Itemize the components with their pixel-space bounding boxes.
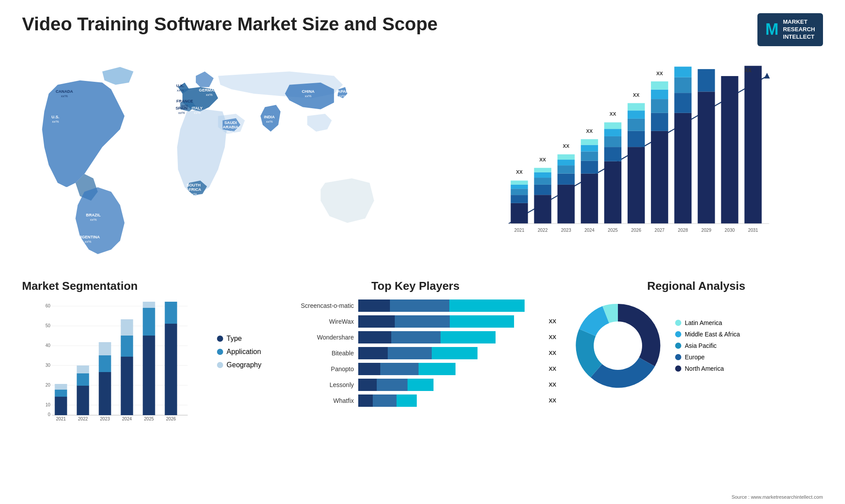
svg-text:xx%: xx% xyxy=(90,217,96,221)
segmentation-svg: 60 50 40 30 20 10 0 xyxy=(22,299,208,423)
svg-rect-44 xyxy=(534,172,551,178)
svg-rect-42 xyxy=(534,185,551,195)
logo: M MARKET RESEARCH INTELLECT xyxy=(757,13,823,46)
svg-rect-69 xyxy=(628,147,645,223)
svg-rect-85 xyxy=(675,77,692,92)
svg-rect-63 xyxy=(604,147,621,161)
svg-rect-51 xyxy=(558,160,575,165)
svg-text:2030: 2030 xyxy=(725,228,735,233)
svg-text:0: 0 xyxy=(48,412,51,417)
svg-rect-55 xyxy=(581,173,598,223)
svg-rect-120 xyxy=(99,342,111,355)
svg-text:xx%: xx% xyxy=(190,192,197,196)
svg-rect-123 xyxy=(121,319,133,336)
regional-content: Latin America Middle East & Africa Asia … xyxy=(569,297,823,394)
player-bar-screencast xyxy=(358,299,556,312)
players-list: Screencast-o-matic WireWax xyxy=(275,299,556,407)
svg-rect-56 xyxy=(581,161,598,174)
header: Video Training Software Market Size and … xyxy=(22,13,823,46)
player-row-panopto: Panopto XX xyxy=(275,363,556,375)
svg-rect-73 xyxy=(628,103,645,110)
svg-rect-64 xyxy=(604,136,621,147)
svg-rect-57 xyxy=(581,151,598,161)
svg-rect-121 xyxy=(121,357,133,415)
svg-text:2024: 2024 xyxy=(584,228,595,233)
europe-dot xyxy=(675,354,681,360)
svg-text:2026: 2026 xyxy=(166,416,176,421)
player-name-whatfix: Whatfix xyxy=(275,397,354,404)
svg-text:2021: 2021 xyxy=(56,416,66,421)
svg-text:xx%: xx% xyxy=(305,94,311,98)
svg-rect-66 xyxy=(604,122,621,129)
segmentation-chart-wrap: 60 50 40 30 20 10 0 xyxy=(22,299,261,431)
player-bar-wirewax xyxy=(358,315,542,328)
svg-rect-36 xyxy=(511,189,528,195)
middle-east-africa-dot xyxy=(675,331,681,337)
page-title: Video Training Software Market Size and … xyxy=(22,13,437,35)
svg-rect-115 xyxy=(77,386,89,415)
svg-text:40: 40 xyxy=(45,343,51,348)
player-row-whatfix: Whatfix XX xyxy=(275,394,556,407)
players-title: Top Key Players xyxy=(275,279,556,293)
svg-rect-70 xyxy=(628,131,645,146)
svg-rect-119 xyxy=(99,355,111,372)
svg-rect-113 xyxy=(55,390,67,397)
svg-rect-52 xyxy=(558,154,575,160)
svg-rect-117 xyxy=(77,365,89,373)
player-row-lessonly: Lessonly XX xyxy=(275,379,556,391)
legend-type: Type xyxy=(217,335,261,343)
svg-text:BRAZIL: BRAZIL xyxy=(86,212,101,217)
svg-rect-127 xyxy=(165,324,177,415)
segmentation-title: Market Segmentation xyxy=(22,279,261,293)
wirewax-xx: XX xyxy=(549,318,556,325)
svg-text:INDIA: INDIA xyxy=(264,114,275,119)
svg-rect-77 xyxy=(651,113,669,131)
svg-text:XX: XX xyxy=(657,71,663,76)
top-section: CANADA xx% U.S. xx% MEXICO xx% BRAZIL xx… xyxy=(22,55,823,266)
svg-text:2028: 2028 xyxy=(678,228,688,233)
lessonly-xx: XX xyxy=(549,381,556,388)
svg-rect-76 xyxy=(651,131,669,223)
svg-text:20: 20 xyxy=(45,383,51,387)
svg-text:SAUDI: SAUDI xyxy=(224,121,237,125)
svg-text:xx%: xx% xyxy=(194,110,200,114)
svg-text:2023: 2023 xyxy=(561,228,571,233)
player-row-screencast: Screencast-o-matic xyxy=(275,299,556,312)
wondershare-xx: XX xyxy=(549,334,556,340)
svg-rect-59 xyxy=(581,139,598,145)
map-container: CANADA xx% U.S. xx% MEXICO xx% BRAZIL xx… xyxy=(22,55,423,266)
player-bar-panopto xyxy=(358,363,542,375)
svg-rect-92 xyxy=(721,76,738,223)
player-bar-wondershare xyxy=(358,331,542,343)
svg-text:AFRICA: AFRICA xyxy=(186,187,202,192)
svg-rect-116 xyxy=(77,373,89,386)
svg-text:2026: 2026 xyxy=(632,228,642,233)
svg-rect-79 xyxy=(651,89,669,99)
svg-text:SPAIN: SPAIN xyxy=(176,106,187,110)
donut-svg xyxy=(569,297,666,394)
svg-text:CHINA: CHINA xyxy=(302,89,315,94)
svg-text:2031: 2031 xyxy=(748,228,758,233)
svg-rect-83 xyxy=(675,113,692,223)
svg-text:xx%: xx% xyxy=(66,191,72,195)
svg-text:2025: 2025 xyxy=(608,228,618,233)
player-bar-biteable xyxy=(358,347,542,359)
svg-rect-37 xyxy=(511,185,528,189)
biteable-xx: XX xyxy=(549,350,556,356)
svg-rect-43 xyxy=(534,178,551,185)
svg-rect-124 xyxy=(143,336,155,415)
svg-rect-86 xyxy=(675,66,692,77)
svg-rect-71 xyxy=(628,119,645,131)
regional-title: Regional Analysis xyxy=(569,279,823,293)
svg-text:2022: 2022 xyxy=(78,416,88,421)
svg-rect-84 xyxy=(675,93,692,113)
svg-rect-62 xyxy=(604,161,621,223)
logo-letter: M xyxy=(765,20,779,39)
page-container: Video Training Software Market Size and … xyxy=(0,0,845,504)
svg-text:xx%: xx% xyxy=(227,130,234,134)
player-row-wondershare: Wondershare XX xyxy=(275,331,556,343)
svg-text:XX: XX xyxy=(563,143,569,149)
svg-rect-41 xyxy=(534,195,551,223)
svg-text:xx%: xx% xyxy=(61,94,68,98)
svg-text:ITALY: ITALY xyxy=(192,106,203,110)
